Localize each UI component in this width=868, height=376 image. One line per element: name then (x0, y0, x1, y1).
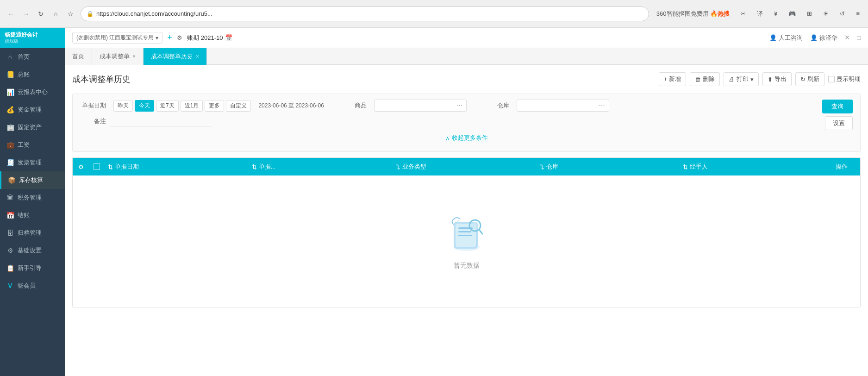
sidebar-item-guide[interactable]: 📋 新手引导 (0, 259, 65, 277)
browser-chrome: ← → ↻ ⌂ ☆ 🔒 https://cloud.chanjet.com/ac… (0, 0, 868, 28)
tab-cost-adjustment-label: 成本调整单 (100, 52, 130, 61)
print-dropdown-icon: ▾ (750, 76, 754, 83)
th-actions: 操作 (823, 163, 860, 171)
export-btn[interactable]: ⬆ 导出 (762, 72, 792, 86)
company-dropdown-icon: ▾ (156, 35, 158, 41)
history-tool[interactable]: ↺ (836, 8, 849, 19)
address-bar[interactable]: 🔒 https://cloud.chanjet.com/accounting/u… (81, 6, 649, 21)
top-bar: (勿删勿禁用) 江西服宝测试专用 ▾ + ⚙ 账期 2021-10 📅 👤 人工… (65, 28, 868, 48)
date-btn-custom[interactable]: 自定义 (226, 100, 251, 112)
new-btn[interactable]: + 新增 (659, 72, 686, 86)
th-settings-btn[interactable]: ⚙ (73, 163, 89, 170)
wallet-tool[interactable]: ¥ (770, 8, 781, 19)
notes-input[interactable] (110, 116, 212, 126)
date-btn-week[interactable]: 近7天 (156, 100, 179, 112)
sidebar-item-salary[interactable]: 💼 工资 (0, 136, 65, 154)
game-tool[interactable]: 🎮 (785, 8, 799, 19)
th-doc-no-sort-icon: ⇅ (252, 163, 257, 170)
tab-cost-adjustment-close[interactable]: × (132, 53, 136, 60)
th-doc-no-label: 单据... (259, 163, 276, 171)
period-value: 2021-10 (201, 34, 223, 41)
scissors-tool[interactable]: ✂ (737, 8, 749, 19)
sidebar-item-invoice[interactable]: 🧾 发票管理 (0, 154, 65, 171)
ledger-icon: 📒 (6, 71, 14, 78)
reload-button[interactable]: ↻ (34, 7, 47, 20)
bookmark-button[interactable]: ☆ (64, 7, 77, 20)
th-checkbox[interactable] (89, 163, 104, 170)
th-warehouse[interactable]: ⇅ 仓库 (536, 163, 680, 171)
sidebar-item-vip[interactable]: V 畅会员 (0, 277, 65, 295)
tab-cost-adjustment-history-close[interactable]: × (196, 53, 199, 60)
date-btn-today[interactable]: 今天 (135, 100, 154, 112)
back-button[interactable]: ← (5, 7, 18, 20)
date-btn-more[interactable]: 更多 (205, 100, 224, 112)
date-btn-month[interactable]: 近1月 (181, 100, 203, 112)
add-company-btn[interactable]: + (167, 33, 172, 43)
svg-point-7 (471, 222, 479, 229)
window-maximize-btn[interactable]: □ (857, 34, 861, 41)
goods-dots-btn[interactable]: ··· (456, 101, 462, 110)
warehouse-dots-btn[interactable]: ··· (599, 101, 605, 110)
sidebar-item-period-end[interactable]: 📅 结账 (0, 207, 65, 224)
th-handler[interactable]: ⇅ 经手人 (679, 163, 823, 171)
th-handler-label: 经手人 (690, 163, 708, 171)
tab-cost-adjustment-history[interactable]: 成本调整单历史 × (144, 48, 207, 65)
company-selector[interactable]: (勿删勿禁用) 江西服宝测试专用 ▾ (72, 32, 162, 44)
filter-settings-button[interactable]: 设置 (825, 116, 853, 130)
translate-tool[interactable]: 译 (753, 8, 767, 20)
sidebar-item-archive[interactable]: 🗄 归档管理 (0, 224, 65, 242)
sidebar-item-ledger[interactable]: 📒 总账 (0, 66, 65, 83)
search-tool[interactable]: 360智能抠图免费用 🔥热搜 (653, 8, 733, 20)
logo-content: 畅捷通好会计 旗舰版 (5, 31, 38, 44)
hot-search-label[interactable]: 🔥热搜 (710, 10, 730, 17)
tab-cost-adjustment[interactable]: 成本调整单 × (92, 48, 144, 65)
username-label: 徐泽华 (819, 34, 837, 42)
filter-area: 单据日期 昨天 今天 近7天 近1月 更多 自定义 2023-06-06 至 2… (72, 94, 861, 152)
display-toggle[interactable]: 显示明细 (828, 75, 861, 83)
display-checkbox[interactable] (828, 76, 835, 82)
th-doc-no[interactable]: ⇅ 单据... (248, 163, 392, 171)
user-avatar[interactable]: 👤 徐泽华 (810, 34, 837, 42)
forward-button[interactable]: → (19, 7, 32, 20)
refresh-label: 刷新 (807, 75, 819, 83)
sidebar-item-inventory[interactable]: 📦 库存核算 (0, 171, 65, 189)
warehouse-selector[interactable]: ··· (517, 100, 609, 112)
refresh-btn[interactable]: ↻ 刷新 (795, 72, 824, 86)
home-button[interactable]: ⌂ (49, 7, 62, 20)
customer-service-btn[interactable]: 👤 人工咨询 (769, 34, 803, 42)
sidebar-logo[interactable]: 畅捷通好会计 旗舰版 (0, 28, 65, 48)
delete-btn[interactable]: 🗑 删除 (690, 72, 720, 86)
collapse-button[interactable]: ∧ 收起更多条件 (445, 134, 488, 142)
brightness-tool[interactable]: ☀ (819, 8, 832, 19)
tab-home[interactable]: 首页 (65, 48, 92, 65)
goods-selector[interactable]: ··· (374, 100, 467, 112)
sidebar-item-funds[interactable]: 💰 资金管理 (0, 101, 65, 119)
select-all-checkbox[interactable] (94, 163, 100, 170)
filter-section: 单据日期 昨天 今天 近7天 近1月 更多 自定义 2023-06-06 至 2… (80, 100, 853, 130)
menu-tool[interactable]: ≡ (852, 8, 863, 19)
print-btn[interactable]: 🖨 打印 ▾ (724, 72, 759, 86)
filter-fields: 单据日期 昨天 今天 近7天 近1月 更多 自定义 2023-06-06 至 2… (80, 100, 811, 126)
filter-row-1: 单据日期 昨天 今天 近7天 近1月 更多 自定义 2023-06-06 至 2… (80, 100, 811, 112)
sidebar-label-vip: 畅会员 (18, 282, 36, 290)
sidebar-item-home[interactable]: ⌂ 首页 (0, 48, 65, 66)
query-button[interactable]: 查询 (822, 100, 853, 113)
content-area: 成本调整单历史 + 新增 🗑 删除 🖨 打印 ▾ ⬆ 导出 (65, 65, 868, 376)
sidebar-item-tax[interactable]: 🏛 税务管理 (0, 189, 65, 207)
sidebar-item-fixed-assets[interactable]: 🏢 固定资产 (0, 119, 65, 136)
th-biz-type[interactable]: ⇅ 业务类型 (392, 163, 536, 171)
sidebar-label-invoice: 发票管理 (18, 158, 42, 167)
sidebar-label-funds: 资金管理 (18, 106, 42, 114)
grid-tool[interactable]: ⊞ (803, 8, 816, 19)
window-close-btn[interactable]: × (845, 33, 850, 43)
print-icon: 🖨 (729, 76, 735, 83)
sidebar-item-settings[interactable]: ⚙ 基础设置 (0, 242, 65, 259)
filter-right-buttons: 查询 设置 (822, 100, 853, 130)
calendar-icon[interactable]: 📅 (225, 34, 232, 41)
sidebar-item-reports[interactable]: 📊 云报表中心 (0, 83, 65, 101)
settings-gear-icon[interactable]: ⚙ (177, 34, 182, 41)
th-date[interactable]: ⇅ 单据日期 (104, 163, 248, 171)
date-btn-yesterday[interactable]: 昨天 (113, 100, 133, 112)
collapse-label: 收起更多条件 (452, 134, 488, 142)
service-label: 人工咨询 (779, 34, 803, 42)
